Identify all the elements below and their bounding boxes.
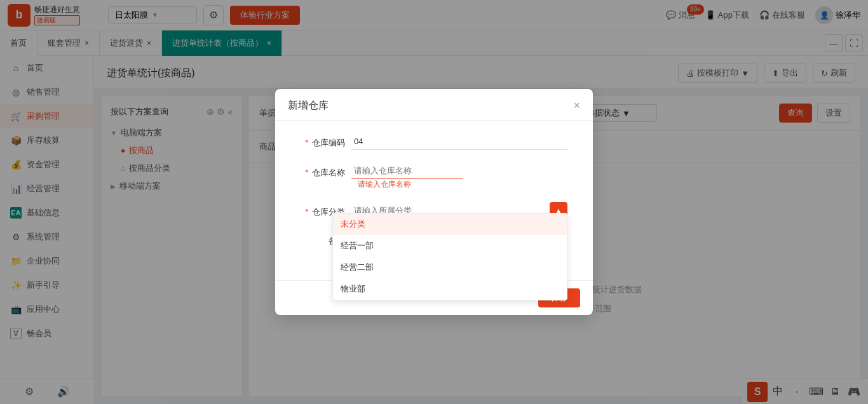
required-star-code: * xyxy=(305,138,308,147)
modal-overlay[interactable]: 新增仓库 × * 仓库编码 * 仓库名称 xyxy=(0,0,868,404)
form-row-code: * 仓库编码 xyxy=(301,133,567,150)
name-label: * 仓库名称 xyxy=(301,163,351,178)
code-label: * 仓库编码 xyxy=(301,133,351,149)
name-error-message: 请输入仓库名称 xyxy=(358,180,411,189)
form-row-name: * 仓库名称 请输入仓库名称 xyxy=(301,163,567,190)
name-label-text: 仓库名称 xyxy=(312,168,345,177)
dialog-header: 新增仓库 × xyxy=(275,89,593,121)
required-star-name: * xyxy=(305,168,308,177)
code-label-text: 仓库编码 xyxy=(312,138,345,147)
dropdown-option-unclassified[interactable]: 未分类 xyxy=(333,213,567,235)
warehouse-code-input[interactable] xyxy=(351,133,567,150)
dialog-add-warehouse: 新增仓库 × * 仓库编码 * 仓库名称 xyxy=(275,89,593,315)
dialog-body: * 仓库编码 * 仓库名称 请输入仓库名称 xyxy=(275,121,593,280)
warehouse-name-input[interactable] xyxy=(351,163,463,179)
dropdown-option-ops1[interactable]: 经营一部 xyxy=(333,235,567,257)
required-star-category: * xyxy=(305,207,308,217)
category-dropdown-list: 未分类 经营一部 经营二部 物业部 xyxy=(332,213,567,300)
dropdown-option-property[interactable]: 物业部 xyxy=(333,278,567,300)
dialog-close-button[interactable]: × xyxy=(573,99,580,112)
dropdown-option-ops2[interactable]: 经营二部 xyxy=(333,257,567,278)
dialog-title: 新增仓库 xyxy=(288,99,329,112)
